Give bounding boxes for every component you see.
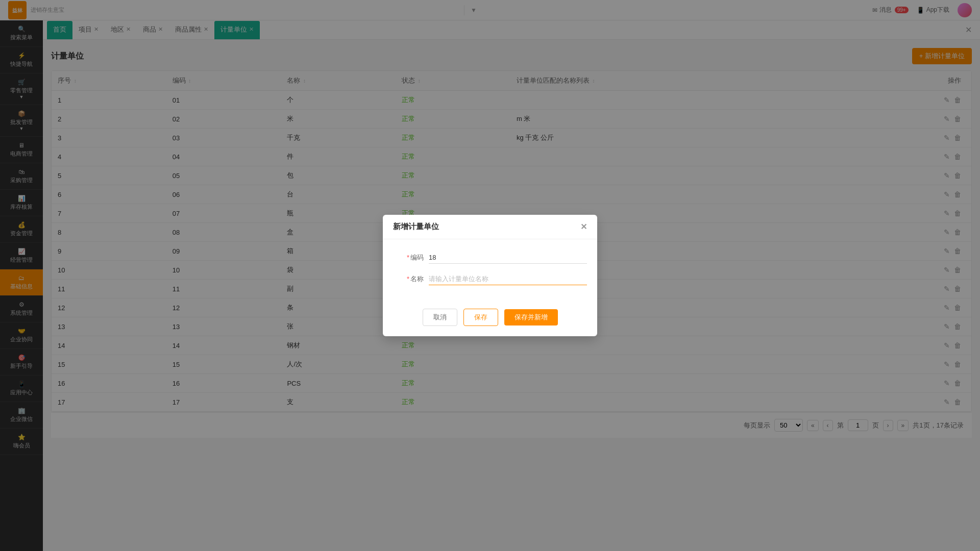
save-add-btn[interactable]: 保存并新增 [504,309,558,325]
add-unit-modal: 新增计量单位 ✕ *编码 *名称 取消 保存 保存并新增 [383,215,597,336]
name-label: *名称 [393,274,424,284]
cancel-btn[interactable]: 取消 [423,309,457,326]
form-item-name: *名称 [393,273,587,285]
modal-title: 新增计量单位 [393,222,439,232]
form-item-code: *编码 [393,252,587,264]
modal-footer: 取消 保存 保存并新增 [383,303,597,336]
modal-header: 新增计量单位 ✕ [383,215,597,239]
name-input[interactable] [429,273,587,285]
code-input[interactable] [429,252,587,264]
code-label: *编码 [393,253,424,262]
modal-close-btn[interactable]: ✕ [580,223,587,231]
modal-body: *编码 *名称 [383,239,597,303]
save-btn[interactable]: 保存 [463,309,498,326]
modal-overlay[interactable]: 新增计量单位 ✕ *编码 *名称 取消 保存 保存并新增 [0,0,980,551]
